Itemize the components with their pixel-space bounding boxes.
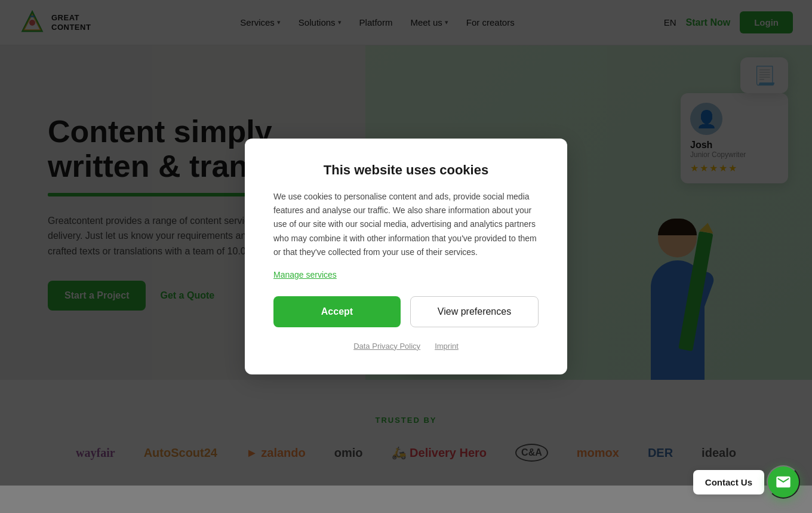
cookie-modal: This website uses cookies We use cookies… [245,139,567,374]
view-preferences-button[interactable]: View preferences [410,296,539,327]
cookie-title: This website uses cookies [273,162,539,178]
cookie-description: We use cookies to personalise content an… [273,190,539,259]
accept-cookies-button[interactable]: Accept [273,296,401,327]
data-privacy-link[interactable]: Data Privacy Policy [353,342,420,351]
contact-us-container: Contact Us [693,465,800,486]
cookie-buttons: Accept View preferences [273,296,539,327]
email-icon [775,474,792,486]
imprint-link[interactable]: Imprint [435,342,459,351]
contact-us-button[interactable] [767,465,800,486]
cookie-overlay: This website uses cookies We use cookies… [0,0,812,486]
contact-us-label: Contact Us [693,470,764,486]
manage-services-link[interactable]: Manage services [273,270,539,279]
cookie-footer: Data Privacy Policy Imprint [273,342,539,351]
